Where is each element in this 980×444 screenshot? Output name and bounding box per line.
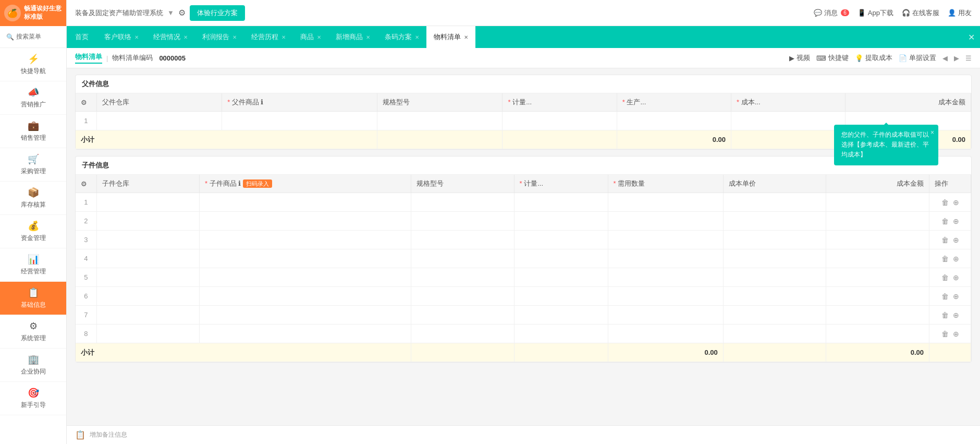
sidebar-item-marketing[interactable]: 📣 营销推广 [0, 81, 66, 115]
sidebar-item-enterprise[interactable]: 🏢 企业协同 [0, 349, 66, 382]
child-cost-amount-5[interactable] [826, 268, 929, 287]
delete-row-4[interactable]: 🗑 [941, 255, 949, 263]
message-button[interactable]: 💬 消息 6 [814, 8, 849, 18]
delete-row-8[interactable]: 🗑 [941, 330, 949, 338]
parent-unit-1[interactable] [503, 112, 617, 130]
bottom-hint[interactable]: 📋 增加备注信息 [67, 425, 980, 444]
delete-row-1[interactable]: 🗑 [941, 198, 949, 207]
tab-operation-history[interactable]: 经营历程 ✕ [244, 26, 293, 48]
child-needed-qty-8[interactable] [608, 325, 723, 343]
child-goods-8[interactable] [200, 325, 411, 343]
child-goods-4[interactable] [200, 249, 411, 268]
child-unit-6[interactable] [514, 287, 608, 306]
child-needed-qty-3[interactable] [608, 231, 723, 249]
delete-row-7[interactable]: 🗑 [941, 311, 949, 319]
copy-row-7[interactable]: ⊕ [953, 311, 959, 319]
child-spec-7[interactable] [411, 306, 514, 325]
child-needed-qty-7[interactable] [608, 306, 723, 325]
tab-close-operation-status[interactable]: ✕ [183, 34, 188, 40]
app-download-button[interactable]: 📱 App下载 [858, 8, 893, 18]
child-cost-amount-4[interactable] [826, 249, 929, 268]
tab-bom[interactable]: 物料清单 ✕ [426, 26, 475, 48]
sidebar-item-purchase[interactable]: 🛒 采购管理 [0, 148, 66, 182]
tab-barcode[interactable]: 条码方案 ✕ [377, 26, 426, 48]
user-button[interactable]: 👤 用友 [948, 8, 972, 18]
child-goods-5[interactable] [200, 268, 411, 287]
child-unit-4[interactable] [514, 249, 608, 268]
parent-production-1[interactable] [617, 112, 731, 130]
child-unit-cost-6[interactable] [723, 287, 826, 306]
dropdown-icon[interactable]: ▼ [167, 9, 174, 17]
child-warehouse-1[interactable] [96, 193, 200, 212]
child-goods-1[interactable] [200, 193, 411, 212]
tab-close-goods[interactable]: ✕ [317, 34, 321, 40]
child-unit-2[interactable] [514, 212, 608, 231]
parent-goods-1[interactable] [222, 112, 377, 130]
close-all-tabs[interactable]: ✕ [963, 26, 980, 48]
tab-new-goods[interactable]: 新增商品 ✕ [328, 26, 377, 48]
child-unit-3[interactable] [514, 231, 608, 249]
online-service-button[interactable]: 🎧 在线客服 [902, 8, 939, 18]
child-warehouse-8[interactable] [96, 325, 200, 343]
delete-row-5[interactable]: 🗑 [941, 273, 949, 282]
child-unit-7[interactable] [514, 306, 608, 325]
copy-row-1[interactable]: ⊕ [953, 198, 959, 207]
delete-row-2[interactable]: 🗑 [941, 217, 949, 225]
child-needed-qty-1[interactable] [608, 193, 723, 212]
parent-spec-1[interactable] [377, 112, 503, 130]
copy-row-2[interactable]: ⊕ [953, 217, 959, 225]
copy-row-5[interactable]: ⊕ [953, 273, 959, 282]
child-unit-8[interactable] [514, 325, 608, 343]
tab-close-operation-history[interactable]: ✕ [281, 34, 286, 40]
child-goods-6[interactable] [200, 287, 411, 306]
sidebar-item-inventory[interactable]: 📦 库存核算 [0, 182, 66, 215]
child-unit-cost-8[interactable] [723, 325, 826, 343]
sidebar-item-sales[interactable]: 💼 销售管理 [0, 115, 66, 148]
nav-prev-button[interactable]: ◀ [942, 54, 948, 62]
tab-close-customer[interactable]: ✕ [134, 34, 139, 40]
nav-next-button[interactable]: ▶ [954, 54, 959, 62]
child-th-settings[interactable]: ⚙ [76, 175, 96, 193]
child-cost-amount-6[interactable] [826, 287, 929, 306]
experience-button[interactable]: 体验行业方案 [190, 5, 245, 21]
parent-warehouse-1[interactable] [96, 112, 222, 130]
child-unit-1[interactable] [514, 193, 608, 212]
delete-row-3[interactable]: 🗑 [941, 236, 949, 244]
child-cost-amount-2[interactable] [826, 212, 929, 231]
sidebar-search[interactable]: 🔍 搜索菜单 [0, 26, 66, 48]
copy-row-6[interactable]: ⊕ [953, 292, 959, 301]
list-view-button[interactable]: ☰ [965, 54, 972, 62]
child-cost-amount-7[interactable] [826, 306, 929, 325]
copy-row-3[interactable]: ⊕ [953, 236, 959, 244]
breadcrumb-bom[interactable]: 物料清单 [75, 52, 102, 64]
child-cost-amount-3[interactable] [826, 231, 929, 249]
child-unit-cost-5[interactable] [723, 268, 826, 287]
settings-icon[interactable]: ⚙ [178, 8, 186, 18]
child-needed-qty-4[interactable] [608, 249, 723, 268]
child-spec-4[interactable] [411, 249, 514, 268]
tab-close-profit-report[interactable]: ✕ [232, 34, 237, 40]
delete-row-6[interactable]: 🗑 [941, 292, 949, 301]
child-unit-cost-2[interactable] [723, 212, 826, 231]
child-unit-cost-1[interactable] [723, 193, 826, 212]
child-needed-qty-2[interactable] [608, 212, 723, 231]
child-unit-cost-7[interactable] [723, 306, 826, 325]
scan-badge[interactable]: 扫码录入 [243, 179, 272, 188]
parent-th-settings[interactable]: ⚙ [76, 93, 96, 112]
child-spec-6[interactable] [411, 287, 514, 306]
child-spec-1[interactable] [411, 193, 514, 212]
search-button[interactable]: 🔍 搜索菜单 [4, 30, 62, 43]
child-cost-amount-1[interactable] [826, 193, 929, 212]
sidebar-item-finance[interactable]: 💰 资金管理 [0, 215, 66, 248]
child-needed-qty-6[interactable] [608, 287, 723, 306]
shortcut-button[interactable]: ⌨ 快捷键 [816, 53, 849, 63]
parent-cost-1[interactable] [731, 112, 846, 130]
sidebar-item-operation[interactable]: 📊 经营管理 [0, 248, 66, 282]
tooltip-close-button[interactable]: × [930, 128, 934, 138]
sidebar-item-system[interactable]: ⚙ 系统管理 [0, 315, 66, 349]
sidebar-item-guide[interactable]: 🎯 新手引导 [0, 382, 66, 415]
tab-home[interactable]: 首页 [67, 26, 97, 48]
child-spec-5[interactable] [411, 268, 514, 287]
tab-close-barcode[interactable]: ✕ [415, 34, 419, 40]
child-spec-3[interactable] [411, 231, 514, 249]
